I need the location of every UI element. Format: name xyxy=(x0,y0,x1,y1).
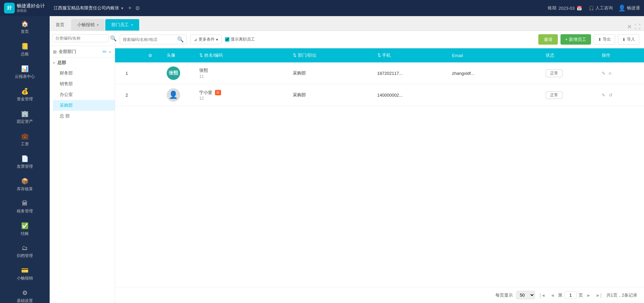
row2-edit-icon[interactable]: ✎ xyxy=(602,93,605,98)
th-phone[interactable]: ⇅ 手机 xyxy=(373,48,447,62)
invite-button[interactable]: 邀请 xyxy=(538,34,558,45)
sidebar-label-capital: 资金管理 xyxy=(17,96,33,102)
dept-node-caiwu[interactable]: 财务部 xyxy=(53,68,115,79)
sidebar-label-checkout: 结账 xyxy=(21,231,29,237)
sidebar-item-assets[interactable]: 🏢 固定资产 xyxy=(0,106,50,129)
th-name[interactable]: ⇅ 姓名/编码 xyxy=(195,48,288,62)
sidebar-label-home: 首页 xyxy=(21,29,29,35)
assets-icon: 🏢 xyxy=(21,110,29,117)
all-dept-header[interactable]: ⊞ 全部部门 ✏ « xyxy=(50,46,115,58)
tab-dept-close[interactable]: × xyxy=(131,23,133,27)
table-row: 1 张熙 张熙 11 xyxy=(115,62,644,84)
tax-icon: 🏛 xyxy=(22,200,28,207)
row1-email: zhangxidf... xyxy=(447,62,541,84)
sidebar-item-salary[interactable]: 💼 工资 xyxy=(0,129,50,151)
tab-expense[interactable]: 小畅报销 × xyxy=(71,19,105,31)
last-page-button[interactable]: ►| xyxy=(594,292,603,299)
settings-icon2: ⚙ xyxy=(22,289,28,297)
page-size-select[interactable]: 50 20 100 xyxy=(516,291,535,299)
row2-emp-code: 12 xyxy=(199,96,204,101)
dept-node-zongbu[interactable]: 总 部 xyxy=(53,111,115,121)
first-page-button[interactable]: |◄ xyxy=(538,292,547,299)
filter-icon: ⊿ xyxy=(194,37,197,42)
add-employee-button[interactable]: + 新增员工 xyxy=(560,34,591,45)
dept-node-bangong[interactable]: 办公室 xyxy=(53,89,115,100)
user-avatar-icon: 👤 xyxy=(618,4,626,12)
sidebar-item-archive[interactable]: 🗂 归档管理 xyxy=(0,241,50,263)
show-resign-checkbox[interactable] xyxy=(225,37,229,42)
row2-email xyxy=(447,84,541,106)
row2-refresh-icon[interactable]: ↺ xyxy=(609,93,612,98)
tab-expense-close[interactable]: × xyxy=(97,23,99,27)
company-dropdown-icon[interactable]: ▾ xyxy=(121,6,123,11)
sidebar-item-ledger[interactable]: 📒 总账 xyxy=(0,39,50,61)
edit-dept-icon[interactable]: ✏ xyxy=(103,49,107,54)
import-button[interactable]: ⬇ 导入 xyxy=(618,34,639,45)
collapse-left-icon[interactable]: « xyxy=(109,49,111,54)
tab-expense-label: 小畅报销 xyxy=(77,22,95,28)
sidebar-item-reports[interactable]: 📊 云报表中心 xyxy=(0,61,50,84)
service-button[interactable]: 🎧 人工咨询 xyxy=(589,5,613,11)
dept-node-caigou[interactable]: 采购部 xyxy=(53,100,115,111)
user-section[interactable]: 👤 畅捷通 xyxy=(618,4,640,12)
show-resign-label[interactable]: 显示离职员工 xyxy=(225,37,255,42)
th-settings[interactable]: ⚙ xyxy=(139,48,162,62)
sidebar: 🏠 首页 📒 总账 📊 云报表中心 💰 资金管理 🏢 固定资产 💼 工资 📄 发… xyxy=(0,16,50,303)
tab-home[interactable]: 首页 xyxy=(50,19,70,31)
page-input[interactable] xyxy=(565,291,577,299)
ledger-icon: 📒 xyxy=(21,43,29,50)
row1-avatar: 张熙 xyxy=(162,62,195,84)
filter-label: 更多条件 xyxy=(199,37,215,42)
row1-actions: ✎ ⎋ xyxy=(597,62,644,84)
th-no xyxy=(115,48,139,62)
page-label: 第 xyxy=(558,292,562,298)
dept-header-actions: ✏ « xyxy=(103,49,111,54)
th-status: 状态 xyxy=(541,48,597,62)
row1-status: 正常 xyxy=(541,62,597,84)
employee-search-box[interactable]: 🔍 xyxy=(120,35,187,44)
row2-tag: 应 xyxy=(215,90,221,95)
dept-search-area: 🔍 xyxy=(50,31,115,46)
sidebar-item-capital[interactable]: 💰 资金管理 xyxy=(0,84,50,106)
total-label: 共1页，2条记录 xyxy=(606,292,637,298)
capital-icon: 💰 xyxy=(21,88,29,95)
avatar-circle-1: 张熙 xyxy=(167,66,180,80)
headset-icon: 🎧 xyxy=(589,6,594,11)
th-dept[interactable]: ⇅ 部门/职位 xyxy=(288,48,372,62)
sidebar-item-inventory[interactable]: 📦 库存核算 xyxy=(0,173,50,196)
page-suffix: 页 xyxy=(579,292,583,298)
employee-search-input[interactable] xyxy=(123,37,176,42)
next-page-button[interactable]: ► xyxy=(585,292,592,299)
sidebar-item-tax[interactable]: 🏛 税务管理 xyxy=(0,196,50,218)
add-employee-label: + 新增员工 xyxy=(565,37,586,43)
export-button[interactable]: ⬆ 导出 xyxy=(594,34,615,45)
add-company-icon[interactable]: + xyxy=(128,5,132,12)
row2-avatar: 👤 xyxy=(162,84,195,106)
dept-group-zongbu[interactable]: ▾ 总部 xyxy=(50,58,115,68)
dept-node-xiaoshou[interactable]: 销售部 xyxy=(53,79,115,89)
sidebar-label-salary: 工资 xyxy=(21,141,29,147)
period-selector[interactable]: 账期 2023-03 📅 xyxy=(548,5,582,11)
tab-expand-icon[interactable]: ⛶ xyxy=(635,23,641,31)
sidebar-item-settings[interactable]: ⚙ 基础设置 xyxy=(0,285,50,303)
row2-settings xyxy=(139,84,162,106)
filter-button[interactable]: ⊿ 更多条件 ▾ xyxy=(190,35,222,44)
prev-page-button[interactable]: ◄ xyxy=(549,292,556,299)
calendar-icon[interactable]: 📅 xyxy=(577,6,582,11)
settings-icon[interactable]: ⚙ xyxy=(135,5,140,11)
sidebar-item-checkout[interactable]: ✅ 结账 xyxy=(0,218,50,241)
tab-controls: ✕ ⛶ xyxy=(624,23,644,31)
search-icon[interactable]: 🔍 xyxy=(177,36,184,43)
row1-edit-icon[interactable]: ✎ xyxy=(602,71,605,76)
sidebar-label-ledger: 总账 xyxy=(21,51,29,57)
tab-close-window-icon[interactable]: ✕ xyxy=(627,23,632,31)
row2-dept: 采购部 xyxy=(288,84,372,106)
sidebar-item-invoice[interactable]: 📄 发票管理 xyxy=(0,151,50,173)
tab-dept-employee[interactable]: 部门员工 × xyxy=(105,19,139,31)
company-selector[interactable]: 江西服宝精品有限责任公司内账张 ▾ + ⚙ xyxy=(54,5,541,12)
sidebar-item-home[interactable]: 🏠 首页 xyxy=(0,16,50,39)
sidebar-label-tax: 税务管理 xyxy=(17,208,33,214)
dept-search-input[interactable] xyxy=(52,34,109,42)
sidebar-item-expense[interactable]: 💳 小畅报销 xyxy=(0,263,50,285)
row1-logout-icon[interactable]: ⎋ xyxy=(609,71,611,76)
